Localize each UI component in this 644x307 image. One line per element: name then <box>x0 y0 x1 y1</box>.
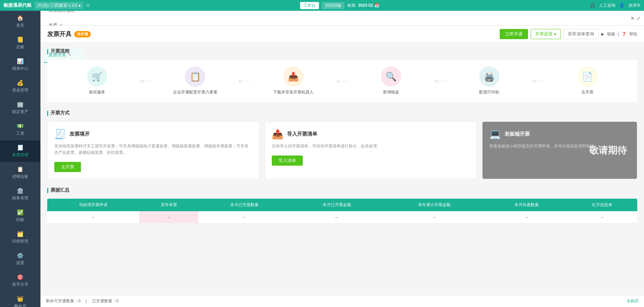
billing-card-header-1: 📤 导入开票清单 <box>272 129 470 140</box>
billing-card-desc-0: 支持按照发票样式手工填写开发票；可开具增值税电子普通发票、增值税普通发票、增值税… <box>54 143 252 156</box>
sidebar-item-设置[interactable]: ⚙️设置 <box>0 248 40 270</box>
customer-service-icon: 🎧 <box>590 3 595 8</box>
sidebar-item-总账[interactable]: 📒总账 <box>0 32 40 54</box>
sidebar-item-固定资产[interactable]: 🏢固定资产 <box>0 97 40 119</box>
sidebar-item-畅会员[interactable]: 👑畅会员 <box>0 291 40 307</box>
video-icon: ▶ <box>601 32 604 36</box>
nav-label: 发票管理 <box>12 152 28 158</box>
switch-old-button[interactable]: 切到旧版 <box>322 2 345 9</box>
top-bar: 畅捷通易代账 (勾划) 江西服室-LSS ▾ ⧉ 工作台 切到旧版 账期 202… <box>0 0 644 11</box>
process-label-3: 新增税盘 <box>383 89 399 95</box>
nav-icon: 🏠 <box>17 15 24 21</box>
nav-label: 新手引导 <box>12 282 28 287</box>
process-label-0: 购买服务 <box>89 89 105 95</box>
billing-card-1: 📤 导入开票清单 支持导入待开票清单，可对待开票清单进行拆分、合并处理。 导入清… <box>265 121 477 179</box>
period-label: 账期 <box>347 3 355 8</box>
settings-label: 开票设置 <box>535 31 553 37</box>
help-label[interactable]: 帮助 <box>629 31 637 37</box>
tab-restore-button[interactable]: ⤢ <box>637 16 641 21</box>
tab-close-button[interactable]: ✕ <box>631 16 635 21</box>
sidebar-item-工资[interactable]: 💵工资 <box>0 119 40 140</box>
view-label[interactable]: 视频 <box>607 31 615 37</box>
top-bar-right: 🎧 人工咨询 👤 徐泽华 <box>590 3 641 8</box>
billing-card-header-2: 💻 老板端开票 <box>489 129 630 140</box>
sidebar-item-进销台账[interactable]: 📋进销台账 <box>0 162 40 184</box>
sidebar-item-归档管理[interactable]: 🗂️归档管理 <box>0 227 40 248</box>
process-icon-4: 🖨️ <box>484 72 495 82</box>
summary-data-row: -------------- <box>47 211 637 223</box>
summary-td-2: -- <box>198 211 290 223</box>
sidebar-item-结账[interactable]: ✅结账 <box>0 205 40 227</box>
summary-th-4: 本年累计开票金额 <box>383 199 486 211</box>
period-value: 2023-02 <box>358 3 373 8</box>
process-circle-0: 🛒 <box>87 66 107 87</box>
sidebar-item-新手引导[interactable]: 🎯新手引导 <box>0 270 40 291</box>
summary-td-3: -- <box>291 211 383 223</box>
calendar-icon[interactable]: 📅 <box>374 3 379 8</box>
status-badge: 待开通 <box>74 31 91 37</box>
avatar-icon: 👤 <box>619 3 624 8</box>
app-logo: 畅捷通易代账 <box>3 2 32 8</box>
sidebar-item-税务管理[interactable]: 🏛️税务管理 <box>0 184 40 205</box>
tab-label: 工资统计报表 <box>49 11 75 13</box>
sidebar-item-发票管理[interactable]: 🧾发票管理 <box>0 140 40 162</box>
company-selector[interactable]: (勾划) 江西服室-LSS ▾ <box>34 2 84 9</box>
billing-card-title-1: 导入开票清单 <box>287 131 317 137</box>
header-info: ▶ 视频 | ❓ 帮助 <box>601 31 637 37</box>
main-area: 首页工资表✕工资统计报表✕发票✕发票测算✕发票开具✕ ✕ ⤢ 发票开具 待开通 … <box>40 11 644 307</box>
nav-icon: 🎯 <box>17 274 24 280</box>
main-content: 开票流程 🛒 购买服务 ›› ··· 📋 企业开通配置开票六要素 ›› ··· … <box>40 43 644 295</box>
process-circle-4: 🖨️ <box>479 66 499 87</box>
summary-td-4: -- <box>383 211 486 223</box>
summary-table-header: 待处理开票申请异常单票本月已开票数量本月已开票金额本年累计开票金额本月作废数量红… <box>47 199 637 211</box>
page-title-text: 发票开具 <box>47 30 71 38</box>
summary-th-5: 本月作废数量 <box>486 199 567 211</box>
page-header: 发票开具 待开通 立即开通 开票设置 ▾ 异常清单查询 ▶ 视频 | ❓ 帮助 <box>40 26 644 43</box>
billing-card-btn-1[interactable]: 导入清单 <box>272 156 303 166</box>
summary-th-2: 本月已开票数量 <box>198 199 290 211</box>
divider: | <box>618 32 619 36</box>
opened-quota: 已开通数量：0 <box>92 299 119 303</box>
nav-label: 设置 <box>16 260 24 266</box>
tab-close-icon[interactable]: ✕ <box>77 11 80 12</box>
service-label[interactable]: 人工咨询 <box>599 3 615 8</box>
query-button[interactable]: 异常清单查询 <box>563 29 598 39</box>
summary-th-0: 待处理开票申请 <box>47 199 139 211</box>
process-icon-1: 📋 <box>190 72 201 82</box>
billing-card-btn-0[interactable]: 去开票 <box>54 162 81 172</box>
billing-section-title: 开票方式 <box>47 110 637 116</box>
settings-button[interactable]: 开票设置 ▾ <box>531 29 561 39</box>
billing-card-icon-2: 💻 <box>489 129 501 140</box>
process-circle-3: 🔍 <box>381 66 401 87</box>
bottom-bar: 剩余可开通数量：0 | 已开通数量：0 去购买 <box>40 295 644 307</box>
process-label-4: 配置打印机 <box>479 89 499 95</box>
summary-th-3: 本月已开票金额 <box>291 199 383 211</box>
bottom-bar-left: 剩余可开通数量：0 | 已开通数量：0 <box>46 298 118 304</box>
process-step-5: 📄 去开票 <box>545 66 631 95</box>
sidebar: 🏠首页📒总账📊报表中心💰资金管理🏢固定资产💵工资🧾发票管理📋进销台账🏛️税务管理… <box>0 11 40 307</box>
activate-button[interactable]: 立即开通 <box>500 29 528 39</box>
billing-card-icon-0: 🧾 <box>54 129 66 140</box>
workspace-button[interactable]: 工作台 <box>300 2 319 9</box>
billing-card-title-0: 发票填开 <box>69 131 90 137</box>
help-icon: ❓ <box>621 32 626 36</box>
nav-icon: ✅ <box>17 209 24 216</box>
tab-工资统计报表[interactable]: 工资统计报表✕ <box>44 11 85 18</box>
process-step-2: 📥 下载并安装开票机器人 <box>250 66 336 95</box>
summary-td-0: -- <box>47 211 139 223</box>
process-flow: 🛒 购买服务 ›› ··· 📋 企业开通配置开票六要素 ›› ··· 📥 下载并… <box>47 60 637 102</box>
sidebar-item-报表中心[interactable]: 📊报表中心 <box>0 54 40 76</box>
summary-td-1: -- <box>139 211 198 223</box>
process-icon-5: 📄 <box>582 72 593 82</box>
billing-card-0: 🧾 发票填开 支持按照发票样式手工填写开发票；可开具增值税电子普通发票、增值税普… <box>47 121 259 179</box>
process-label-1: 企业开通配置开票六要素 <box>173 89 217 95</box>
username[interactable]: 徐泽华 <box>628 3 641 8</box>
sidebar-item-资金管理[interactable]: 💰资金管理 <box>0 76 40 97</box>
process-step-1: 📋 企业开通配置开票六要素 <box>152 66 238 95</box>
app-body: 🏠首页📒总账📊报表中心💰资金管理🏢固定资产💵工资🧾发票管理📋进销台账🏛️税务管理… <box>0 11 644 307</box>
nav-label: 工资 <box>16 131 24 136</box>
buy-link[interactable]: 去购买 <box>626 298 639 304</box>
sidebar-item-首页[interactable]: 🏠首页 <box>0 11 40 32</box>
process-section-title: 开票流程 <box>47 48 637 54</box>
nav-icon: ⚙️ <box>17 252 24 259</box>
